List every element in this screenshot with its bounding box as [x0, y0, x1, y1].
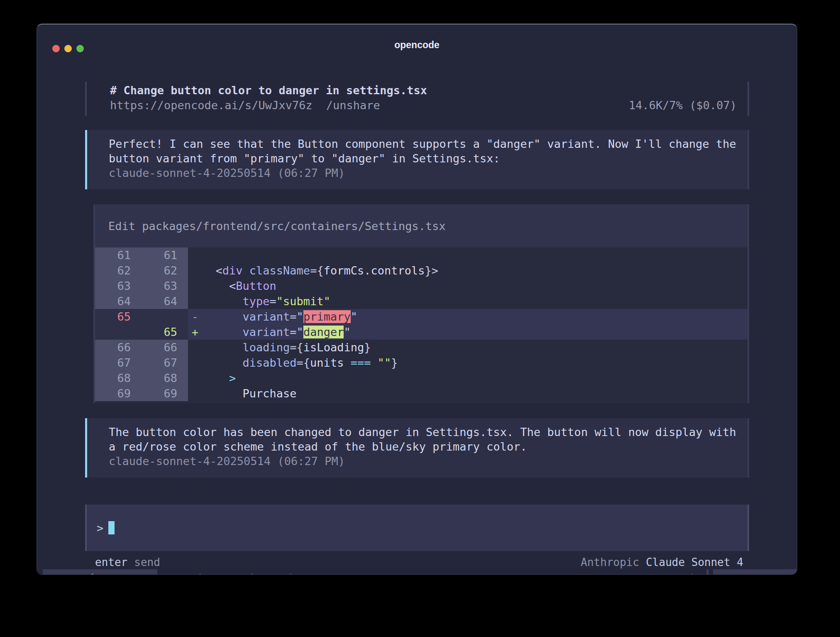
diff-marker: [188, 340, 202, 355]
line-number-old: 68: [95, 370, 142, 386]
screen: opencode # Change button color to danger…: [0, 0, 840, 637]
line-number-new: [142, 309, 188, 324]
token-usage: 14.6K/7% ($0.07): [629, 98, 737, 113]
diff-view: 61616262 <div className={formCs.controls…: [95, 247, 747, 403]
titlebar: opencode: [37, 24, 797, 54]
session-title: # Change button color to danger in setti…: [110, 83, 737, 98]
send-action-hint: send: [134, 555, 160, 569]
diff-row: 6666 loading={isLoading}: [95, 340, 747, 355]
line-number-new: 65: [142, 324, 188, 340]
statusbar-divider: [706, 569, 709, 575]
hints-row: enter send Anthropic Claude Sonnet 4: [95, 555, 743, 569]
diff-marker: [188, 247, 202, 263]
line-number-new: 62: [142, 263, 188, 278]
diff-row: 6767 disabled={units === ""}: [95, 355, 747, 370]
diff-row: 6161: [95, 247, 747, 263]
code-line: type="submit": [202, 294, 747, 309]
diff-marker: [188, 278, 202, 294]
code-line: [202, 247, 747, 263]
app-version: v0.3.11: [106, 572, 149, 575]
message-meta: claude-sonnet-4-20250514 (06:27 PM): [109, 166, 739, 180]
edit-tool-card: Edit packages/frontend/src/containers/Se…: [93, 204, 749, 403]
diff-row: 6262 <div className={formCs.controls}>: [95, 263, 747, 278]
diff-marker: -: [188, 309, 202, 324]
diff-marker: [188, 386, 202, 401]
code-line: <div className={formCs.controls}>: [202, 263, 747, 278]
diff-rows: 61616262 <div className={formCs.controls…: [95, 247, 747, 401]
assistant-message: The button color has been changed to dan…: [85, 418, 749, 478]
line-number-new: 61: [142, 247, 188, 263]
code-line: loading={isLoading}: [202, 340, 747, 355]
diff-row: 6363 <Button: [95, 278, 747, 294]
statusbar: opencodev0.3.11 ~/Desktop/Projects/demo-…: [37, 569, 797, 575]
line-number-old: 62: [95, 263, 142, 278]
message-text: The button color has been changed to dan…: [109, 425, 739, 454]
line-number-new: 63: [142, 278, 188, 294]
diff-marker: [188, 370, 202, 386]
session-header: # Change button color to danger in setti…: [85, 82, 749, 116]
code-line: variant="primary": [202, 309, 747, 324]
diff-row: 65- variant="primary": [95, 309, 747, 324]
prompt-symbol: >: [97, 522, 103, 534]
working-directory: ~/Desktop/Projects/demo-notes-app: [167, 569, 374, 575]
diff-marker: +: [188, 324, 202, 340]
window-title: opencode: [37, 39, 797, 51]
line-number-old: 67: [95, 355, 142, 370]
diff-row: 6969 Purchase: [95, 386, 747, 401]
code-line: <Button: [202, 278, 747, 294]
text-cursor: [108, 521, 115, 534]
line-number-old: 64: [95, 294, 142, 309]
edit-tool-title: Edit packages/frontend/src/containers/Se…: [95, 204, 747, 247]
model-label: Claude Sonnet 4: [646, 555, 743, 569]
line-number-new: 67: [142, 355, 188, 370]
diff-row: 6464 type="submit": [95, 294, 747, 309]
line-number-old: 61: [95, 247, 142, 263]
line-number-new: 69: [142, 386, 188, 401]
enter-key-hint: enter: [95, 555, 127, 569]
share-url[interactable]: https://opencode.ai/s/UwJxv76z: [110, 98, 313, 113]
unshare-command[interactable]: /unshare: [326, 98, 380, 113]
line-number-new: 68: [142, 370, 188, 386]
code-line: disabled={units === ""}: [202, 355, 747, 370]
diff-row: 6868 >: [95, 370, 747, 386]
code-line: >: [202, 370, 747, 386]
diff-marker: [188, 355, 202, 370]
diff-marker: [188, 294, 202, 309]
mode-badge: BUILDMODE: [713, 569, 797, 575]
assistant-message: Perfect! I can see that the Button compo…: [85, 130, 749, 189]
line-number-new: 64: [142, 294, 188, 309]
line-number-new: 66: [142, 340, 188, 355]
code-line: Purchase: [202, 386, 747, 401]
app-window: opencode # Change button color to danger…: [37, 24, 797, 575]
line-number-old: 69: [95, 386, 142, 401]
line-number-old: 63: [95, 278, 142, 294]
session-subheader: https://opencode.ai/s/UwJxv76z /unshare …: [110, 98, 737, 113]
provider-label: Anthropic: [581, 555, 639, 569]
line-number-old: [95, 324, 142, 340]
prompt-input[interactable]: >: [85, 505, 749, 551]
line-number-old: 66: [95, 340, 142, 355]
app-version-chip: opencodev0.3.11: [43, 569, 157, 575]
message-text: Perfect! I can see that the Button compo…: [109, 137, 739, 166]
diff-row: 65+ variant="danger": [95, 324, 747, 340]
app-name: open: [50, 572, 75, 575]
diff-marker: [188, 263, 202, 278]
message-meta: claude-sonnet-4-20250514 (06:27 PM): [109, 454, 739, 468]
code-line: variant="danger": [202, 324, 747, 340]
line-number-old: 65: [95, 309, 142, 324]
tab-key-hint[interactable]: tab: [678, 569, 697, 575]
